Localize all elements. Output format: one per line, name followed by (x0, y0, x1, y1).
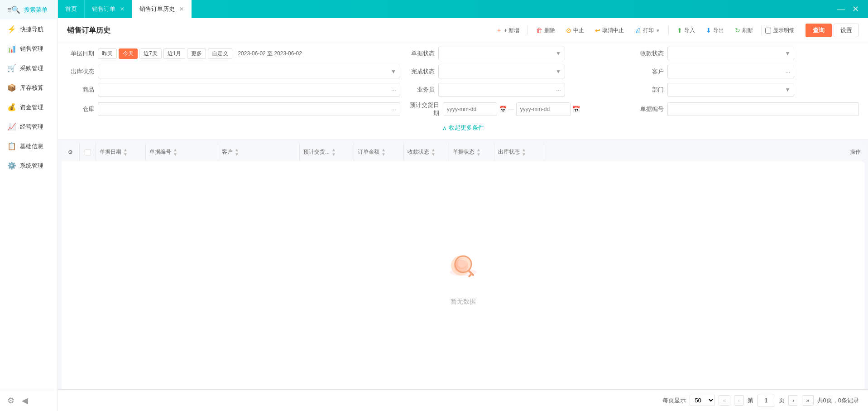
stop-button[interactable]: ⊘ 中止 (561, 24, 589, 37)
customer-select[interactable]: ··· (667, 65, 794, 78)
refresh-button[interactable]: ↻ 刷新 (730, 24, 758, 37)
tab-home[interactable]: 首页 (58, 0, 85, 18)
date-btn-7days[interactable]: 近7天 (139, 48, 162, 59)
date-btn-yesterday[interactable]: 昨天 (98, 48, 117, 59)
tab-sales-order[interactable]: 销售订单 ✕ (85, 0, 132, 18)
tab-sales-order-history-close[interactable]: ✕ (179, 6, 184, 12)
th-amount[interactable]: 订单金额 ▲▼ (354, 143, 404, 161)
delivery-date-to[interactable] (516, 102, 571, 116)
add-icon: ＋ (496, 26, 502, 34)
date-btn-today[interactable]: 今天 (119, 48, 138, 59)
search-icon: ≡🔍 (7, 5, 20, 14)
department-filter: 部门 ▼ (637, 83, 859, 97)
empty-svg (441, 245, 486, 290)
delete-icon: 🗑 (536, 27, 542, 34)
th-customer[interactable]: 客户 ▲▼ (218, 143, 300, 161)
date-btn-custom[interactable]: 自定义 (208, 48, 232, 59)
warehouse-select[interactable]: ··· (98, 102, 400, 116)
query-button[interactable]: 查询 (806, 24, 832, 37)
print-dropdown-icon[interactable]: ▼ (656, 28, 660, 33)
th-order-status[interactable]: 单据状态 ▲▼ (449, 143, 494, 161)
warehouse-status-select[interactable]: ▼ (98, 65, 400, 78)
prev-page-btn[interactable]: ‹ (734, 395, 744, 406)
th-settings[interactable]: ⚙ (62, 143, 80, 161)
warehouse-status-filter: 出库状态 ▼ (67, 65, 400, 78)
th-checkbox[interactable] (80, 143, 96, 161)
goods-select[interactable]: ··· (98, 83, 400, 97)
sidebar-item-purchase-label: 采购管理 (20, 64, 43, 73)
cancel-stop-button[interactable]: ↩ 取消中止 (590, 24, 628, 37)
select-all-checkbox[interactable] (85, 149, 91, 155)
empty-icon (441, 245, 486, 290)
export-button[interactable]: ⬇ 导出 (701, 24, 729, 37)
tab-sales-order-label: 销售订单 (92, 5, 115, 13)
import-button[interactable]: ⬆ 导入 (672, 24, 700, 37)
first-page-btn[interactable]: « (719, 395, 730, 406)
toolbar-divider-3 (761, 26, 762, 35)
next-page-btn[interactable]: › (788, 395, 798, 406)
sidebar-item-base-info[interactable]: 📋 基础信息 (0, 136, 58, 156)
display-detail-checkbox[interactable]: 显示明细 (765, 27, 795, 34)
sort-order-icon: ▲▼ (476, 148, 481, 157)
date-btn-more[interactable]: 更多 (187, 48, 206, 59)
delete-button[interactable]: 🗑 删除 (532, 24, 560, 37)
window-minimize-btn[interactable]: — (835, 3, 847, 16)
order-status-label: 单据状态 (408, 49, 435, 58)
tab-sales-order-history[interactable]: 销售订单历史 ✕ (132, 0, 192, 18)
sidebar-item-quick-nav[interactable]: ⚡ 快捷导航 (0, 19, 58, 39)
window-close-btn[interactable]: ✕ (850, 2, 861, 16)
import-icon: ⬆ (677, 27, 682, 34)
complete-status-select[interactable]: ▼ (438, 65, 565, 78)
sidebar-item-base-info-label: 基础信息 (20, 142, 43, 150)
display-detail-input[interactable] (765, 28, 771, 34)
collection-status-select[interactable]: ▼ (667, 47, 794, 60)
collection-status-label: 收款状态 (637, 49, 664, 58)
page-input[interactable] (757, 395, 775, 406)
order-status-select[interactable]: ▼ (438, 47, 565, 60)
sidebar-item-sales[interactable]: 📊 销售管理 (0, 39, 58, 58)
salesman-select[interactable]: ··· (438, 83, 565, 97)
department-arrow: ▼ (785, 87, 791, 93)
settings-button[interactable]: 设置 (834, 24, 859, 37)
filter-collapse-row: ∧ 收起更多条件 (67, 122, 859, 134)
sort-number-icon: ▲▼ (173, 148, 177, 157)
collapse-btn[interactable]: ∧ 收起更多条件 (67, 122, 859, 134)
th-date[interactable]: 单据日期 ▲▼ (96, 143, 146, 161)
sidebar-collapse-icon[interactable]: ◀ (22, 396, 28, 406)
goods-filter: 商品 ··· (67, 83, 400, 97)
sidebar-item-purchase[interactable]: 🛒 采购管理 (0, 58, 58, 78)
sidebar-settings-icon[interactable]: ⚙ (7, 396, 14, 406)
calendar-to-icon[interactable]: 📅 (572, 106, 580, 113)
add-button[interactable]: ＋ + 新增 (491, 24, 524, 37)
tab-sales-order-close[interactable]: ✕ (120, 6, 125, 12)
per-page-select[interactable]: 50 10 20 100 (690, 395, 715, 406)
sidebar-item-operations[interactable]: 📈 经营管理 (0, 117, 58, 136)
th-warehouse-status[interactable]: 出库状态 ▲▼ (494, 143, 544, 161)
date-btn-1month[interactable]: 近1月 (163, 48, 186, 59)
th-delivery[interactable]: 预计交货... ▲▼ (300, 143, 354, 161)
quick-nav-icon: ⚡ (7, 25, 16, 34)
department-select[interactable]: ▼ (667, 83, 794, 97)
warehouse-label: 仓库 (67, 105, 94, 113)
delivery-date-from[interactable] (443, 102, 497, 116)
print-icon: 🖨 (635, 27, 641, 34)
delivery-date-label: 预计交货日期 (408, 101, 439, 117)
calendar-from-icon[interactable]: 📅 (499, 106, 507, 113)
order-no-label: 单据编号 (637, 105, 664, 113)
sidebar-item-system[interactable]: ⚙️ 系统管理 (0, 156, 58, 175)
order-no-input[interactable] (667, 102, 859, 116)
sidebar-item-system-label: 系统管理 (20, 162, 43, 170)
collection-status-arrow: ▼ (785, 50, 791, 57)
last-page-btn[interactable]: » (802, 395, 813, 406)
th-number[interactable]: 单据编号 ▲▼ (146, 143, 218, 161)
sidebar-item-inventory[interactable]: 📦 库存核算 (0, 78, 58, 97)
print-button[interactable]: 🖨 打印 ▼ (630, 24, 665, 37)
th-action: 操作 (544, 143, 864, 161)
sidebar-item-search[interactable]: ≡🔍 搜索菜单 (0, 0, 58, 19)
salesman-label: 业务员 (408, 86, 435, 94)
tab-sales-order-history-label: 销售订单历史 (139, 5, 175, 13)
filter-row-3: 商品 ··· 业务员 ··· 部门 (67, 83, 859, 97)
sidebar-item-finance[interactable]: 💰 资金管理 (0, 97, 58, 117)
th-collection[interactable]: 收款状态 ▲▼ (404, 143, 449, 161)
cancel-icon: ↩ (595, 27, 600, 34)
